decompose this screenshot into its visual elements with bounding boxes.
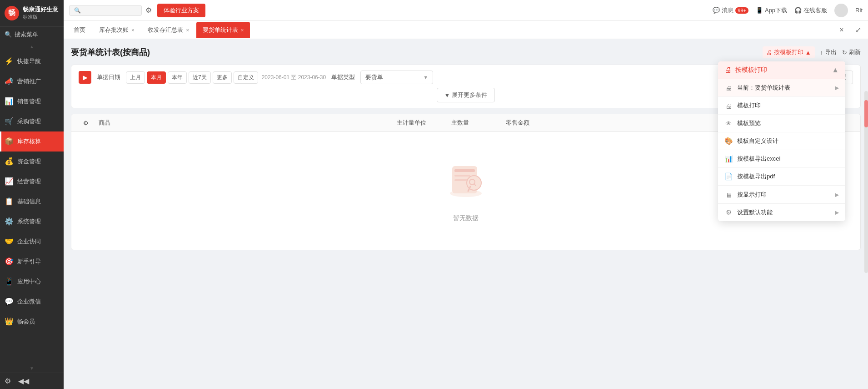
- sidebar-item-marketing[interactable]: 📣 营销推广: [0, 71, 64, 91]
- settings-bottom-icon[interactable]: ⚙: [5, 377, 11, 385]
- quicknav-icon: ⚡: [5, 57, 14, 66]
- topbar-gear-icon[interactable]: ⚙: [145, 6, 152, 15]
- template-custom-item[interactable]: 🎨 模板自定义设计: [718, 132, 845, 150]
- col-product: 商品: [95, 114, 393, 131]
- expand-more-btn[interactable]: ▼ 展开更多条件: [437, 88, 495, 102]
- sidebar-item-finance[interactable]: 💰 资金管理: [0, 152, 64, 172]
- display-print-section[interactable]: 🖥 按显示打印 ▶: [718, 186, 845, 203]
- topbar-search-box[interactable]: 🔍: [69, 5, 142, 16]
- type-label: 单据类型: [331, 73, 355, 81]
- sidebar-item-system[interactable]: ⚙️ 系统管理: [0, 212, 64, 232]
- template-pdf-item[interactable]: 📄 按模板导出pdf: [718, 168, 845, 186]
- sidebar-search[interactable]: 🔍 搜索菜单: [0, 27, 64, 42]
- sidebar-item-wechat[interactable]: 💬 企业微信: [0, 292, 64, 312]
- tab-receipt-summary-close[interactable]: ×: [186, 27, 189, 33]
- col-quantity: 主数量: [448, 114, 502, 131]
- filter-toggle-btn[interactable]: ▶: [79, 71, 91, 84]
- sidebar-item-quicknav[interactable]: ⚡ 快捷导航: [0, 51, 64, 71]
- tab-receipt-summary[interactable]: 收发存汇总表 ×: [141, 22, 195, 38]
- experience-btn[interactable]: 体验行业方案: [157, 4, 205, 17]
- date-btn-prev[interactable]: 上月: [126, 71, 145, 84]
- sidebar-item-sales[interactable]: 📊 销售管理: [0, 91, 64, 111]
- messages-icon: 💬: [713, 7, 720, 14]
- sales-label: 销售管理: [17, 97, 41, 106]
- window-expand-btn[interactable]: ⤢: [852, 24, 864, 36]
- tab-order-stats-close[interactable]: ×: [241, 27, 244, 33]
- tab-inventory-batch-close[interactable]: ×: [131, 27, 134, 33]
- table-settings-icon[interactable]: ⚙: [83, 120, 89, 126]
- sidebar-item-inventory[interactable]: 📦 库存核算: [0, 131, 64, 152]
- tab-order-stats-label: 要货单统计表: [203, 26, 238, 34]
- date-btn-custom[interactable]: 自定义: [234, 71, 258, 84]
- appcenter-icon: 📱: [5, 277, 14, 286]
- template-print-item[interactable]: 🖨 模板打印: [718, 97, 845, 115]
- template-preview-label: 模板预览: [737, 119, 761, 127]
- tab-home[interactable]: 首页: [67, 22, 92, 38]
- date-btn-current[interactable]: 本月: [147, 71, 166, 84]
- refresh-btn[interactable]: ↻ 刷新: [842, 48, 861, 56]
- set-default-section[interactable]: ⚙ 设置默认功能 ▶: [718, 203, 845, 221]
- messages-item[interactable]: 💬 消息 99+: [713, 6, 748, 15]
- scrollbar-thumb[interactable]: [864, 100, 868, 127]
- wechat-label: 企业微信: [17, 298, 41, 306]
- date-btn-year[interactable]: 本年: [168, 71, 187, 84]
- appcenter-label: 应用中心: [17, 278, 41, 286]
- date-btn-more[interactable]: 更多: [213, 71, 232, 84]
- display-print-label: 按显示打印: [737, 191, 767, 199]
- type-select-value: 要货单: [365, 73, 383, 81]
- date-btn-7days[interactable]: 近7天: [189, 71, 211, 84]
- current-template-item[interactable]: 🖨 当前：要货单统计表 ▶: [718, 79, 845, 97]
- dropdown-printer-icon: 🖨: [724, 66, 732, 74]
- sidebar-item-guide[interactable]: 🎯 新手引导: [0, 252, 64, 272]
- sidebar: 畅 畅康通好生意 标准版 🔍 搜索菜单 ▲ ⚡ 快捷导航 📣 营销推广 📊 销售…: [0, 0, 64, 389]
- display-print-icon: 🖥: [724, 191, 733, 199]
- enterprise-icon: 🤝: [5, 237, 14, 246]
- export-btn[interactable]: ↑ 导出: [820, 48, 837, 56]
- username: Rit: [855, 7, 863, 14]
- type-select[interactable]: 要货单 ▼: [360, 71, 433, 84]
- app-download-item[interactable]: 📱 App下载: [756, 6, 787, 15]
- print-label: 按模板打印: [774, 48, 803, 56]
- online-service-label: 在线客服: [803, 6, 827, 15]
- tab-home-label: 首页: [74, 26, 85, 34]
- empty-illustration: [443, 159, 489, 209]
- template-pdf-label: 按模板导出pdf: [737, 172, 775, 181]
- online-service-item[interactable]: 🎧 在线客服: [794, 6, 827, 15]
- operations-icon: 📈: [5, 177, 14, 186]
- sidebar-item-appcenter[interactable]: 📱 应用中心: [0, 272, 64, 292]
- filter-arrow-icon: ▶: [83, 74, 88, 81]
- template-print-label: 模板打印: [737, 101, 761, 110]
- template-pdf-icon: 📄: [724, 172, 733, 181]
- purchase-label: 采购管理: [17, 117, 41, 126]
- template-excel-item[interactable]: 📊 按模板导出excel: [718, 150, 845, 168]
- sound-icon[interactable]: ◀◀: [18, 377, 29, 385]
- col-settings[interactable]: ⚙: [77, 114, 95, 131]
- scroll-down-indicator[interactable]: ▼: [30, 366, 34, 371]
- sidebar-item-operations[interactable]: 📈 经营管理: [0, 172, 64, 192]
- set-default-label: 设置默认功能: [737, 208, 773, 217]
- refresh-label: 刷新: [849, 48, 861, 56]
- sidebar-item-member[interactable]: 👑 畅会员: [0, 312, 64, 332]
- expand-icon: ▼: [444, 92, 450, 99]
- type-select-arrow: ▼: [423, 75, 428, 80]
- print-template-btn[interactable]: 🖨 按模板打印 ▲: [763, 46, 815, 58]
- right-scrollbar[interactable]: [864, 91, 868, 273]
- template-preview-item[interactable]: 👁 模板预览: [718, 115, 845, 132]
- avatar[interactable]: [834, 4, 848, 17]
- sidebar-item-enterprise[interactable]: 🤝 企业协同: [0, 232, 64, 252]
- scroll-up-indicator[interactable]: ▲: [30, 44, 34, 49]
- topbar-right: 💬 消息 99+ 📱 App下载 🎧 在线客服 Rit: [713, 4, 863, 17]
- logo-area: 畅 畅康通好生意 标准版: [0, 0, 64, 27]
- window-close-btn[interactable]: ×: [835, 24, 848, 36]
- dropdown-close-btn[interactable]: ▲: [832, 66, 839, 74]
- template-print-icon: 🖨: [724, 102, 733, 110]
- sidebar-item-purchase[interactable]: 🛒 采购管理: [0, 111, 64, 131]
- quicknav-label: 快捷导航: [17, 57, 41, 66]
- template-excel-label: 按模板导出excel: [737, 155, 780, 163]
- tab-order-stats[interactable]: 要货单统计表 ×: [196, 22, 250, 38]
- template-custom-icon: 🎨: [724, 137, 733, 145]
- sidebar-item-basic[interactable]: 📋 基础信息: [0, 192, 64, 212]
- tab-inventory-batch[interactable]: 库存批次账 ×: [93, 22, 140, 38]
- messages-label: 消息: [722, 6, 733, 15]
- template-preview-icon: 👁: [724, 120, 733, 127]
